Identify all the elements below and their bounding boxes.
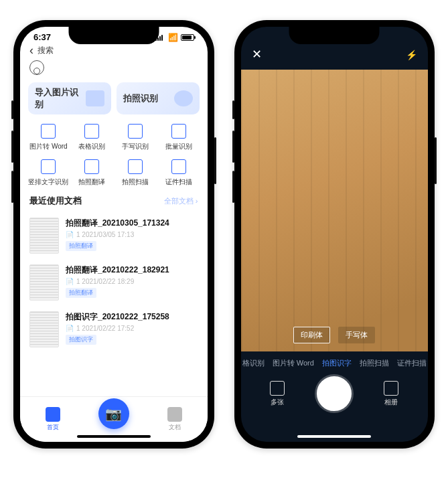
tool-table-ocr[interactable]: 表格识别 [72, 124, 113, 151]
tool-id-scan[interactable]: 证件扫描 [159, 159, 200, 187]
camera-mode-tabs[interactable]: 格识别 图片转 Word 拍图识字 拍照扫描 证件扫描 [241, 351, 429, 372]
tab-id-scan[interactable]: 证件扫描 [397, 358, 427, 368]
camera-controls: 多张 相册 [241, 372, 429, 442]
nav-docs[interactable]: 文档 [155, 407, 195, 432]
stack-icon [270, 381, 285, 396]
recognition-mode-pills: 印刷体 手写体 [293, 327, 375, 343]
image-import-icon [86, 90, 104, 106]
doc-thumbnail [29, 311, 59, 347]
table-icon [84, 124, 99, 139]
status-time: 6:37 [33, 32, 51, 42]
doc-thumbnail [29, 218, 59, 254]
phone-frame-home: 6:37 📶 ‹ 搜索 导入图片识别 拍照识别 图片转 [13, 20, 214, 449]
translate-icon [84, 159, 99, 174]
doc-meta: 📄 1 2021/02/22 17:52 [66, 325, 198, 332]
tab-image-to-text[interactable]: 拍图识字 [322, 358, 352, 368]
battery-icon [181, 34, 194, 41]
notch [289, 27, 380, 44]
camera-icon [174, 90, 193, 106]
doc-tag: 拍照翻译 [66, 288, 96, 298]
doc-title: 拍照翻译_20210222_182921 [66, 264, 198, 276]
tool-handwriting-ocr[interactable]: 手写识别 [115, 124, 156, 151]
tool-vertical-text[interactable]: 竖排文字识别 [28, 159, 69, 187]
nav-home[interactable]: 首页 [33, 407, 73, 432]
home-screen: 6:37 📶 ‹ 搜索 导入图片识别 拍照识别 图片转 [20, 27, 208, 442]
tab-table-ocr[interactable]: 格识别 [242, 358, 265, 368]
search-label: 搜索 [38, 45, 54, 56]
tool-batch-ocr[interactable]: 批量识别 [159, 124, 200, 151]
tool-photo-scan[interactable]: 拍照扫描 [115, 159, 156, 187]
id-card-icon [171, 159, 186, 174]
camera-viewfinder[interactable]: 印刷体 手写体 [241, 70, 429, 351]
camera-screen: ✕ 印刷体 手写体 格识别 图片转 Word 拍图识字 拍照扫描 证件扫描 多张 [241, 27, 429, 442]
mode-print[interactable]: 印刷体 [293, 327, 330, 343]
batch-icon [171, 124, 186, 139]
back-caret-icon[interactable]: ‹ [29, 44, 33, 58]
profile-icon[interactable] [29, 60, 44, 75]
doc-tag: 拍照翻译 [66, 241, 96, 251]
recent-header: 最近使用文档 全部文档 › [20, 189, 208, 212]
doc-title: 拍图识字_20210222_175258 [66, 311, 198, 323]
home-indicator[interactable] [297, 435, 371, 438]
camera-plus-icon: 📷 [105, 406, 122, 422]
hero-label: 拍照识别 [123, 92, 158, 104]
multi-shot-button[interactable]: 多张 [257, 381, 297, 407]
gallery-icon [384, 381, 398, 396]
mode-handwriting[interactable]: 手写体 [338, 327, 375, 343]
doc-meta: 📄 1 2021/02/22 18:29 [66, 278, 198, 285]
doc-item[interactable]: 拍照翻译_20210305_171324 📄 1 2021/03/05 17:1… [29, 212, 198, 259]
tool-image-to-word[interactable]: 图片转 Word [28, 124, 69, 151]
profile-row [20, 58, 208, 82]
status-icons: 📶 [155, 33, 194, 42]
all-docs-link[interactable]: 全部文档 › [164, 196, 198, 206]
notch [68, 27, 159, 44]
hero-camera-ocr[interactable]: 拍照识别 [117, 82, 200, 114]
doc-list: 拍照翻译_20210305_171324 📄 1 2021/03/05 17:1… [20, 212, 208, 353]
recent-title: 最近使用文档 [29, 195, 82, 207]
doc-item[interactable]: 拍图识字_20210222_175258 📄 1 2021/02/22 17:5… [29, 306, 198, 353]
doc-thumbnail [29, 264, 59, 301]
tool-photo-translate[interactable]: 拍照翻译 [72, 159, 113, 187]
docs-icon [167, 407, 182, 422]
hero-import-image[interactable]: 导入图片识别 [28, 82, 111, 114]
hero-cards: 导入图片识别 拍照识别 [20, 82, 208, 114]
word-icon [41, 124, 56, 139]
hero-label: 导入图片识别 [35, 86, 86, 110]
shutter-button[interactable] [317, 376, 352, 411]
phone-frame-camera: ✕ 印刷体 手写体 格识别 图片转 Word 拍图识字 拍照扫描 证件扫描 多张 [234, 20, 435, 449]
scan-icon [128, 159, 143, 174]
home-icon [46, 407, 60, 422]
gallery-button[interactable]: 相册 [371, 381, 411, 407]
tool-grid: 图片转 Word 表格识别 手写识别 批量识别 竖排文字识别 拍照翻译 拍照扫描… [20, 114, 208, 189]
vertical-text-icon [41, 159, 56, 174]
doc-item[interactable]: 拍照翻译_20210222_182921 📄 1 2021/02/22 18:2… [29, 259, 198, 306]
wifi-icon: 📶 [168, 33, 178, 42]
home-indicator[interactable] [77, 435, 151, 438]
flash-icon[interactable] [406, 48, 417, 62]
tab-photo-scan[interactable]: 拍照扫描 [360, 358, 389, 368]
doc-title: 拍照翻译_20210305_171324 [66, 218, 198, 229]
bottom-nav: 首页 📷 文档 [20, 396, 208, 442]
close-icon[interactable]: ✕ [252, 47, 262, 62]
tab-image-to-word[interactable]: 图片转 Word [273, 358, 314, 368]
doc-tag: 拍图识字 [66, 335, 96, 345]
handwriting-icon [128, 124, 143, 139]
doc-meta: 📄 1 2021/03/05 17:13 [66, 231, 198, 238]
camera-fab[interactable]: 📷 [98, 398, 129, 429]
search-row[interactable]: ‹ 搜索 [20, 44, 208, 58]
